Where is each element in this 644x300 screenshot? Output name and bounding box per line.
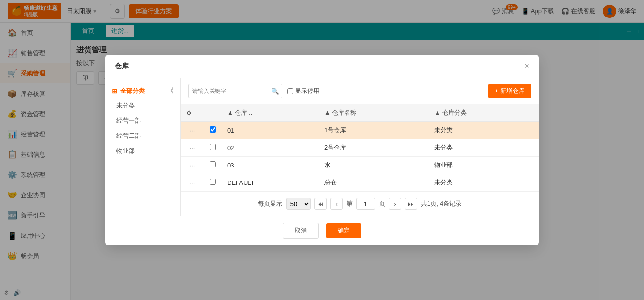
warehouse-table: ⚙ ▲ 仓库... ▲ 仓库名称 ▲ 仓库分类 (181, 104, 539, 192)
row-checkbox[interactable] (210, 161, 216, 167)
modal-title: 仓库 (115, 62, 129, 71)
row-checkbox[interactable] (210, 144, 216, 150)
category-panel: ⊞ 全部分类 《 未分类 经营一部 经营二部 物业部 (105, 78, 181, 216)
row-name: 1号仓库 (319, 122, 429, 139)
row-checkbox-cell[interactable] (204, 139, 222, 157)
category-item-ops2[interactable]: 经营二部 (105, 128, 180, 143)
row-name: 水 (319, 157, 429, 174)
total-info: 共1页, 4条记录 (421, 200, 462, 208)
confirm-button[interactable]: 确定 (326, 223, 361, 238)
first-page-button[interactable]: ⏮ (314, 198, 327, 210)
col-name: ▲ 仓库名称 (319, 104, 429, 122)
row-checkbox-cell[interactable] (204, 174, 222, 192)
cancel-button[interactable]: 取消 (283, 223, 319, 239)
search-input[interactable] (189, 88, 268, 94)
row-checkbox-cell[interactable] (204, 122, 222, 139)
col-checkbox (204, 104, 222, 122)
modal-footer: 取消 确定 (105, 216, 539, 245)
content-toolbar: 🔍 显示停用 + 新增仓库 (181, 78, 539, 104)
modal-close-button[interactable]: × (524, 61, 529, 71)
show-disabled-checkbox-label[interactable]: 显示停用 (287, 87, 320, 95)
next-page-button[interactable]: › (389, 198, 401, 210)
show-disabled-label: 显示停用 (295, 87, 320, 95)
grid-icon: ⊞ (112, 87, 117, 95)
row-name: 总仓 (319, 174, 429, 192)
row-code: 01 (222, 122, 319, 139)
content-panel: 🔍 显示停用 + 新增仓库 ⚙ (181, 78, 539, 216)
row-code: DEFAULT (222, 174, 319, 192)
col-code: ▲ 仓库... (222, 104, 319, 122)
col-settings: ⚙ (181, 104, 204, 122)
row-name: 2号仓库 (319, 139, 429, 157)
page-size-label: 每页显示 (258, 200, 282, 208)
row-actions[interactable]: ··· (181, 122, 204, 139)
table-header: ⚙ ▲ 仓库... ▲ 仓库名称 ▲ 仓库分类 (181, 104, 539, 122)
table-row[interactable]: ··· DEFAULT 总仓 未分类 (181, 174, 539, 192)
add-warehouse-button[interactable]: + 新增仓库 (488, 84, 531, 98)
modal-header: 仓库 × (105, 55, 539, 78)
modal-overlay: 仓库 × ⊞ 全部分类 《 未分类 经营一部 经营二部 (0, 0, 644, 300)
last-page-button[interactable]: ⏭ (405, 198, 417, 210)
table-row[interactable]: ··· 01 1号仓库 未分类 (181, 122, 539, 139)
row-category: 未分类 (429, 174, 539, 192)
row-code: 03 (222, 157, 319, 174)
search-box: 🔍 (188, 84, 282, 98)
row-checkbox[interactable] (210, 126, 216, 133)
category-item-uncategorized[interactable]: 未分类 (105, 98, 180, 113)
page-size-select[interactable]: 50 20 100 (286, 198, 311, 210)
all-categories-label: 全部分类 (120, 87, 145, 95)
page-unit: 页 (379, 200, 385, 208)
show-disabled-checkbox[interactable] (287, 88, 293, 94)
row-checkbox-cell[interactable] (204, 157, 222, 174)
search-button[interactable]: 🔍 (268, 84, 282, 98)
page-input[interactable] (356, 198, 375, 210)
row-category: 未分类 (429, 122, 539, 139)
row-category: 未分类 (429, 139, 539, 157)
page-label: 第 (347, 200, 353, 208)
all-categories-header[interactable]: ⊞ 全部分类 《 (105, 84, 180, 98)
row-actions[interactable]: ··· (181, 174, 204, 192)
warehouse-modal: 仓库 × ⊞ 全部分类 《 未分类 经营一部 经营二部 (105, 55, 539, 245)
prev-page-button[interactable]: ‹ (330, 198, 343, 210)
col-category: ▲ 仓库分类 (429, 104, 539, 122)
collapse-icon[interactable]: 《 (167, 87, 173, 95)
table-row[interactable]: ··· 03 水 物业部 (181, 157, 539, 174)
table-body: ··· 01 1号仓库 未分类 ··· 02 2号仓库 未分类 ··· 03 水… (181, 122, 539, 192)
row-checkbox[interactable] (210, 179, 216, 185)
category-item-ops1[interactable]: 经营一部 (105, 113, 180, 128)
table-scroll: ⚙ ▲ 仓库... ▲ 仓库名称 ▲ 仓库分类 (181, 104, 539, 192)
row-code: 02 (222, 139, 319, 157)
modal-body: ⊞ 全部分类 《 未分类 经营一部 经营二部 物业部 (105, 78, 539, 216)
row-category: 物业部 (429, 157, 539, 174)
pagination: 每页显示 50 20 100 ⏮ ‹ 第 页 › ⏭ 共1页, 4条记录 (181, 192, 539, 216)
category-item-property[interactable]: 物业部 (105, 143, 180, 158)
row-actions[interactable]: ··· (181, 139, 204, 157)
table-row[interactable]: ··· 02 2号仓库 未分类 (181, 139, 539, 157)
row-actions[interactable]: ··· (181, 157, 204, 174)
